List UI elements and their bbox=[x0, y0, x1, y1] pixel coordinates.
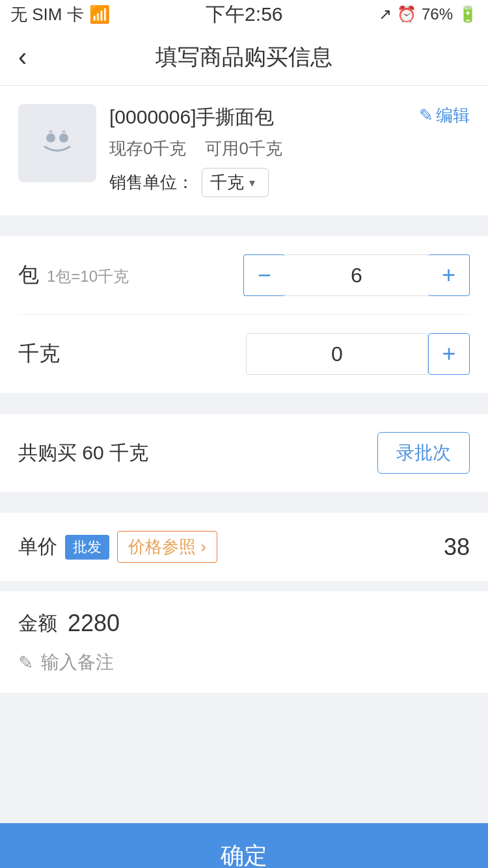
separator-1 bbox=[0, 226, 488, 236]
product-stock: 现存0千克 可用0千克 bbox=[109, 137, 470, 160]
content-spacer bbox=[0, 693, 488, 823]
note-placeholder[interactable]: 输入备注 bbox=[41, 650, 114, 675]
unit-select[interactable]: 千克 ▾ bbox=[202, 168, 269, 197]
product-info: [0000006]手撕面包 ✎ 编辑 现存0千克 可用0千克 销售单位： 千克 … bbox=[109, 104, 470, 197]
unit-value: 千克 bbox=[210, 171, 244, 194]
nav-bar: ‹ 填写商品购买信息 bbox=[0, 29, 488, 86]
amount-row: 金额 2280 bbox=[18, 610, 470, 637]
separator-3 bbox=[0, 502, 488, 513]
quantity-section: 包 1包=10千克 − + 千克 + bbox=[0, 236, 488, 393]
batch-button[interactable]: 录批次 bbox=[377, 432, 470, 474]
available-label: 可用0千克 bbox=[205, 139, 282, 158]
product-section: [0000006]手撕面包 ✎ 编辑 现存0千克 可用0千克 销售单位： 千克 … bbox=[0, 86, 488, 215]
pack-minus-button[interactable]: − bbox=[243, 254, 285, 296]
confirm-bar[interactable]: 确定 bbox=[0, 823, 488, 868]
product-logo-icon bbox=[38, 124, 77, 163]
battery-label: 76% bbox=[422, 5, 453, 23]
quantity-kg-label: 千克 bbox=[18, 340, 60, 368]
pack-plus-button[interactable]: + bbox=[428, 254, 470, 296]
note-row[interactable]: ✎ 输入备注 bbox=[18, 650, 470, 675]
status-time: 下午2:56 bbox=[206, 1, 282, 28]
chevron-down-icon: ▾ bbox=[249, 176, 255, 190]
unit-label: 销售单位： bbox=[109, 171, 194, 194]
kg-quantity-input[interactable] bbox=[246, 333, 428, 375]
price-label: 单价 bbox=[18, 534, 57, 560]
quantity-pack-label: 包 1包=10千克 bbox=[18, 261, 129, 290]
pack-label: 包 bbox=[18, 261, 39, 290]
amount-label: 金额 bbox=[18, 610, 57, 637]
status-left: 无 SIM 卡 📶 bbox=[10, 3, 110, 26]
product-thumbnail bbox=[18, 104, 96, 182]
quantity-kg-control: + bbox=[246, 333, 470, 375]
price-value: 38 bbox=[444, 534, 470, 561]
pencil-icon: ✎ bbox=[18, 652, 33, 673]
location-icon: ↗ bbox=[379, 5, 392, 23]
price-left: 单价 批发 价格参照 › bbox=[18, 531, 217, 563]
product-name-row: [0000006]手撕面包 ✎ 编辑 bbox=[109, 104, 470, 131]
edit-label: 编辑 bbox=[436, 104, 470, 127]
stock-label: 现存0千克 bbox=[109, 139, 186, 158]
summary-section: 共购买 60 千克 录批次 bbox=[0, 414, 488, 492]
svg-point-0 bbox=[46, 133, 55, 142]
quantity-pack-control: − + bbox=[243, 254, 470, 296]
wifi-icon: 📶 bbox=[89, 5, 110, 25]
edit-link[interactable]: ✎ 编辑 bbox=[419, 104, 470, 127]
battery-icon: 🔋 bbox=[458, 5, 478, 23]
separator-2 bbox=[0, 403, 488, 414]
pack-quantity-input[interactable] bbox=[285, 254, 428, 296]
status-bar: 无 SIM 卡 📶 下午2:56 ↗ ⏰ 76% 🔋 bbox=[0, 0, 488, 29]
price-row: 单价 批发 价格参照 › 38 bbox=[18, 531, 470, 563]
quantity-kg-row: 千克 + bbox=[18, 315, 470, 393]
summary-text: 共购买 60 千克 bbox=[18, 440, 148, 467]
alarm-icon: ⏰ bbox=[397, 5, 416, 23]
pack-hint: 1包=10千克 bbox=[47, 266, 129, 287]
kg-label: 千克 bbox=[18, 340, 60, 368]
status-right: ↗ ⏰ 76% 🔋 bbox=[379, 5, 478, 23]
amount-section: 金额 2280 ✎ 输入备注 bbox=[0, 591, 488, 693]
page-title: 填写商品购买信息 bbox=[156, 42, 332, 72]
edit-icon: ✎ bbox=[419, 105, 433, 126]
no-sim-label: 无 SIM 卡 bbox=[10, 3, 84, 26]
product-name: [0000006]手撕面包 bbox=[109, 104, 274, 131]
price-ref-button[interactable]: 价格参照 › bbox=[117, 531, 217, 563]
price-type-tag: 批发 bbox=[65, 535, 109, 560]
kg-plus-button[interactable]: + bbox=[428, 333, 470, 375]
amount-value: 2280 bbox=[68, 610, 120, 637]
price-section: 单价 批发 价格参照 › 38 bbox=[0, 513, 488, 581]
product-unit-row: 销售单位： 千克 ▾ bbox=[109, 168, 470, 197]
back-button[interactable]: ‹ bbox=[18, 42, 27, 72]
svg-point-1 bbox=[59, 133, 68, 142]
confirm-text: 确定 bbox=[221, 840, 267, 869]
quantity-pack-row: 包 1包=10千克 − + bbox=[18, 236, 470, 315]
